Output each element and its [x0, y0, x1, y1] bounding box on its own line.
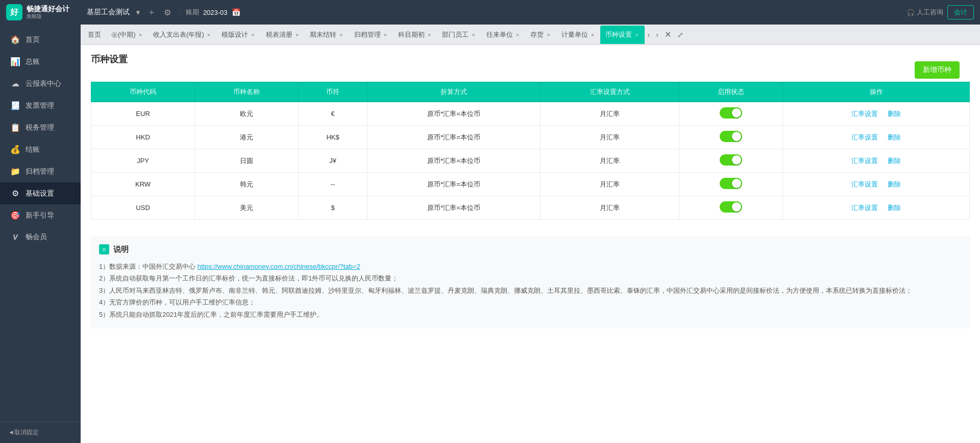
- tab-subject[interactable]: 科目期初 ×: [393, 26, 437, 44]
- sidebar-label-invoice: 发票管理: [26, 101, 54, 110]
- cell-symbol: J¥: [299, 149, 368, 173]
- delete-link[interactable]: 删除: [888, 133, 901, 141]
- cell-actions: 汇率设置 删除: [783, 173, 970, 196]
- delete-link[interactable]: 删除: [888, 204, 901, 212]
- note-external-link[interactable]: https://www.chinamoney.com.cn/chinese/bk…: [198, 263, 360, 270]
- account-btn[interactable]: 会计: [947, 5, 974, 19]
- toggle-enabled[interactable]: [720, 107, 742, 119]
- tab-next-btn[interactable]: ›: [653, 29, 662, 41]
- tab-tax-close[interactable]: ×: [295, 31, 300, 38]
- new-currency-btn[interactable]: 新增币种: [915, 61, 960, 79]
- sidebar: 🏠 首页 📊 总账 ☁ 云报表中心 🧾 发票管理 📋 税务管理: [0, 25, 81, 443]
- tab-subject-close[interactable]: ×: [427, 31, 432, 38]
- cell-status: [679, 173, 783, 196]
- sidebar-label-ledger: 总账: [26, 57, 40, 66]
- tab-prev-btn[interactable]: ‹: [645, 29, 653, 41]
- delete-link[interactable]: 删除: [888, 110, 901, 118]
- table-row: KRW 韩元 -- 原币*汇率=本位币 月汇率 汇率设置 删除: [91, 173, 970, 196]
- tab-mid[interactable]: ㊎(中期) ×: [106, 26, 148, 44]
- tab-partner[interactable]: 往来单位 ×: [481, 26, 525, 44]
- sidebar-item-member[interactable]: V 畅会员: [0, 226, 81, 248]
- tab-mid-close[interactable]: ×: [138, 31, 143, 38]
- tax-icon: 📋: [10, 123, 20, 132]
- sidebar-item-home[interactable]: 🏠 首页: [0, 29, 81, 51]
- tab-dept-close[interactable]: ×: [471, 31, 476, 38]
- sidebar-item-checkout[interactable]: 💰 结账: [0, 138, 81, 160]
- toggle-enabled[interactable]: [720, 201, 742, 213]
- tab-report-close[interactable]: ×: [206, 31, 211, 38]
- sidebar-item-archive[interactable]: 📁 归档管理: [0, 160, 81, 182]
- rate-settings-link[interactable]: 汇率设置: [851, 204, 878, 212]
- support-label: 人工咨询: [917, 8, 943, 17]
- toggle-track: [720, 178, 742, 189]
- rate-settings-link[interactable]: 汇率设置: [851, 110, 878, 118]
- sidebar-item-guide[interactable]: 🎯 新手引导: [0, 204, 81, 226]
- unpin-btn[interactable]: ◄取消固定: [8, 428, 72, 437]
- support-btn[interactable]: 🎧 人工咨询: [906, 8, 943, 17]
- tab-close-all-btn[interactable]: ✕: [662, 28, 674, 41]
- cell-actions: 汇率设置 删除: [783, 126, 970, 149]
- app-name: 畅捷通好会计: [27, 5, 69, 13]
- tab-period-close[interactable]: ×: [338, 31, 344, 38]
- sidebar-item-cloud[interactable]: ☁ 云报表中心: [0, 73, 81, 95]
- toggle-enabled[interactable]: [720, 154, 742, 166]
- tab-archive[interactable]: 归档管理 ×: [349, 26, 393, 44]
- toggle-enabled[interactable]: [720, 131, 742, 142]
- cell-calc: 原币*汇率=本位币: [367, 149, 540, 173]
- app-container: 好 畅捷通好会计 旗舰版 基层工会测试 ▼ ＋ ⚙ 账期 2023-03 📅 🎧…: [0, 0, 980, 443]
- cell-code: EUR: [91, 102, 195, 126]
- sidebar-label-member: 畅会员: [26, 232, 47, 242]
- cell-name: 日圆: [195, 149, 299, 173]
- sidebar-item-settings[interactable]: ⚙ 基础设置: [0, 182, 81, 204]
- project-name[interactable]: 基层工会测试: [87, 8, 130, 17]
- rate-settings-link[interactable]: 汇率设置: [851, 133, 878, 141]
- dropdown-icon[interactable]: ▼: [135, 9, 141, 16]
- cell-symbol: --: [299, 173, 368, 196]
- note-item: 5）系统只能自动抓取2021年度后的汇率，之前年度汇率需要用户手工维护。: [99, 309, 962, 320]
- checkout-icon: 💰: [10, 145, 20, 154]
- tab-period[interactable]: 期末结转 ×: [305, 26, 349, 44]
- tab-archive-close[interactable]: ×: [383, 31, 388, 38]
- sidebar-nav: 🏠 首页 📊 总账 ☁ 云报表中心 🧾 发票管理 📋 税务管理: [0, 25, 81, 422]
- period-value[interactable]: 2023-03: [203, 9, 228, 16]
- tab-partner-close[interactable]: ×: [515, 31, 520, 38]
- tab-currency[interactable]: 币种设置 ×: [600, 26, 644, 44]
- col-code: 币种代码: [91, 82, 195, 102]
- delete-link[interactable]: 删除: [888, 157, 901, 165]
- add-tab-btn[interactable]: ＋: [145, 5, 158, 20]
- sidebar-label-home: 首页: [26, 35, 40, 44]
- tab-unit[interactable]: 计量单位 ×: [556, 26, 600, 44]
- calendar-icon[interactable]: 📅: [232, 8, 240, 16]
- rate-settings-link[interactable]: 汇率设置: [851, 180, 878, 188]
- cell-name: 美元: [195, 196, 299, 220]
- cell-calc: 原币*汇率=本位币: [367, 102, 540, 126]
- page-content: 币种设置 新增币种 币种代码 币种名称 币符 折算方式 汇率设置方式 启用状态 …: [81, 45, 980, 443]
- sidebar-item-tax[interactable]: 📋 税务管理: [0, 116, 81, 138]
- tab-currency-close[interactable]: ×: [634, 31, 639, 38]
- tab-tax[interactable]: 税表清册 ×: [261, 26, 305, 44]
- sidebar-item-ledger[interactable]: 📊 总账: [0, 51, 81, 73]
- tab-report[interactable]: 收入支出表(年报) ×: [148, 26, 216, 44]
- tab-inventory[interactable]: 存货 ×: [525, 26, 556, 44]
- tab-inventory-close[interactable]: ×: [546, 31, 551, 38]
- archive-icon: 📁: [10, 167, 20, 176]
- sidebar-item-invoice[interactable]: 🧾 发票管理: [0, 95, 81, 116]
- cell-actions: 汇率设置 删除: [783, 149, 970, 173]
- settings-icon[interactable]: ⚙: [162, 6, 173, 19]
- tab-template[interactable]: 模版设计 ×: [216, 26, 260, 44]
- note-title: ≡ 说明: [99, 244, 962, 254]
- tab-expand-btn[interactable]: ⤢: [674, 29, 687, 41]
- tab-home[interactable]: 首页: [83, 26, 106, 44]
- sidebar-label-tax: 税务管理: [26, 123, 54, 132]
- cell-rate-type: 月汇率: [541, 102, 679, 126]
- toggle-enabled[interactable]: [720, 178, 742, 189]
- delete-link[interactable]: 删除: [888, 180, 901, 188]
- tab-template-close[interactable]: ×: [250, 31, 255, 38]
- rate-settings-link[interactable]: 汇率设置: [851, 157, 878, 165]
- tab-unit-close[interactable]: ×: [590, 31, 595, 38]
- cell-code: USD: [91, 196, 195, 220]
- tab-dept[interactable]: 部门员工 ×: [437, 26, 481, 44]
- page-title: 币种设置: [91, 53, 128, 65]
- cell-calc: 原币*汇率=本位币: [367, 196, 540, 220]
- sidebar-label-archive: 归档管理: [26, 167, 54, 176]
